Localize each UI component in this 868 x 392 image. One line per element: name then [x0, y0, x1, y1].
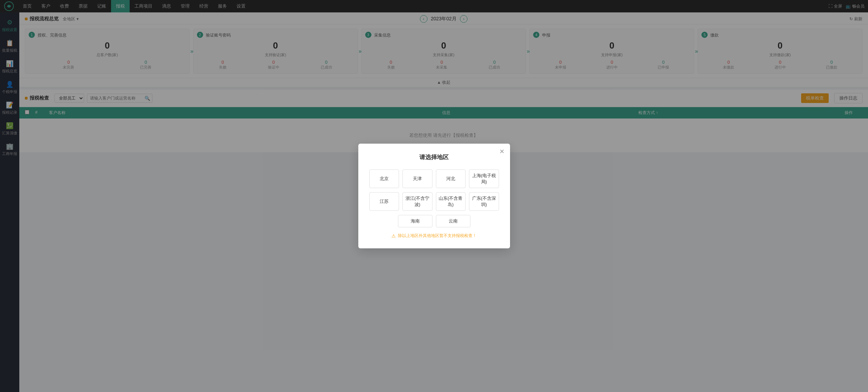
dialog-overlay: ✕ 请选择地区 北京 天津 河北 上海(电子税局) 江苏 浙江(不含宁波) 山东… [0, 0, 868, 392]
region-row-2: 江苏 浙江(不含宁波) 山东(不含青岛) 广东(不含深圳) [369, 192, 499, 211]
region-dialog: ✕ 请选择地区 北京 天津 河北 上海(电子税局) 江苏 浙江(不含宁波) 山东… [358, 144, 510, 248]
region-hainan[interactable]: 海南 [398, 215, 432, 227]
region-beijing[interactable]: 北京 [369, 169, 399, 188]
region-hebei[interactable]: 河北 [436, 169, 466, 188]
dialog-warning: ⚠ 除以上地区外其他地区暂不支持报税检查！ [369, 233, 499, 239]
region-shanghai[interactable]: 上海(电子税局) [469, 169, 499, 188]
region-shandong[interactable]: 山东(不含青岛) [436, 192, 466, 211]
region-jiangsu[interactable]: 江苏 [369, 192, 399, 211]
dialog-close-button[interactable]: ✕ [499, 148, 505, 155]
region-tianjin[interactable]: 天津 [402, 169, 432, 188]
region-row-3: 海南 云南 [369, 215, 499, 227]
warning-icon: ⚠ [391, 233, 396, 239]
region-zhejiang[interactable]: 浙江(不含宁波) [402, 192, 432, 211]
region-guangdong[interactable]: 广东(不含深圳) [469, 192, 499, 211]
dialog-title: 请选择地区 [369, 153, 499, 161]
region-row-1: 北京 天津 河北 上海(电子税局) [369, 169, 499, 188]
region-yunnan[interactable]: 云南 [436, 215, 470, 227]
